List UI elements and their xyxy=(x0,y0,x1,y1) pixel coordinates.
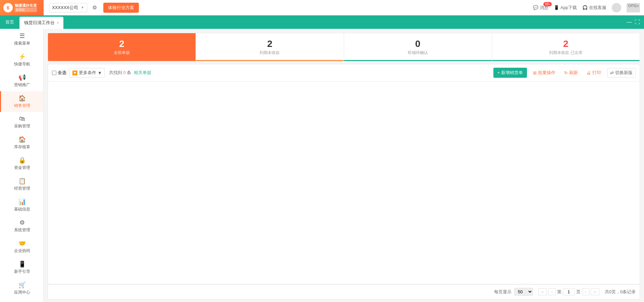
sidebar-item-marketing[interactable]: 📢 营销推广 xyxy=(0,70,43,91)
sidebar-item-operation[interactable]: 📋 经营管理 xyxy=(0,174,43,195)
toolbar-right: + 新增销货单 ⊞ 批量操作 ↻ 刷新 🖨 打印 ⇄ 切换新版 xyxy=(493,68,636,78)
switch-version-button[interactable]: ⇄ 切换新版 xyxy=(607,68,636,77)
last-page-button[interactable]: » xyxy=(591,288,599,295)
sidebar-item-system-label: 系统管理 xyxy=(14,227,30,233)
first-page-button[interactable]: « xyxy=(538,288,547,295)
stat-num-pending: 0 xyxy=(351,39,485,49)
sidebar-item-inventory[interactable]: 🏠 库存核算 xyxy=(0,132,43,153)
page-number-input[interactable] xyxy=(563,288,575,295)
sidebar-item-basic-info-label: 基础信息 xyxy=(14,206,30,212)
company-selector[interactable]: XXXXXX公司 ▼ xyxy=(49,3,87,12)
settings-button[interactable]: ⚙ xyxy=(90,3,99,12)
filter-label: 更多条件 xyxy=(79,70,96,76)
stat-label-overdue: 到期未收款 xyxy=(203,50,337,56)
tab-minimize-icon[interactable]: — xyxy=(627,19,632,25)
print-button[interactable]: 🖨 打印 xyxy=(584,68,604,77)
prev-page-button[interactable]: ‹ xyxy=(548,288,555,295)
logo-icon-text: 6 xyxy=(7,5,9,10)
refresh-button[interactable]: ↻ 刷新 xyxy=(561,68,581,77)
basic-info-icon: 📊 xyxy=(18,198,26,205)
stat-card-pending[interactable]: 0 旺铺待确认 xyxy=(344,33,492,61)
print-icon: 🖨 xyxy=(587,70,591,75)
search-menu-icon: ☰ xyxy=(19,32,25,40)
app-download-item[interactable]: 📱 App下载 xyxy=(554,5,577,11)
total-text: 共0页，0条记录 xyxy=(605,289,636,295)
stat-label-pending: 旺铺待确认 xyxy=(351,50,485,56)
filter-button[interactable]: 🔽 更多条件 ▼ xyxy=(69,68,105,77)
filter-icon: 🔽 xyxy=(72,70,77,75)
trial-button[interactable]: 体验行业方案 xyxy=(103,3,139,13)
refresh-icon: ↻ xyxy=(564,70,568,75)
sidebar-item-finance[interactable]: 🔒 资金管理 xyxy=(0,153,43,174)
add-sale-order-button[interactable]: + 新增销货单 xyxy=(493,68,527,78)
system-icon: ⚙ xyxy=(19,219,25,226)
sidebar-item-enterprise-label: 企业协同 xyxy=(14,248,30,254)
select-all-checkbox[interactable]: 全选 xyxy=(52,70,66,76)
next-page-button[interactable]: › xyxy=(582,288,589,295)
switch-label: 切换新版 xyxy=(615,70,633,76)
stat-num-all: 2 xyxy=(55,39,189,49)
tab-active-label: 钱货日清工作台 xyxy=(24,20,55,26)
stat-label-overdue-shipped: 到期未收款 已出库 xyxy=(499,50,633,56)
online-service-label: 在线客服 xyxy=(589,5,606,11)
batch-operation-button[interactable]: ⊞ 批量操作 xyxy=(530,68,558,77)
settings-icon: ⚙ xyxy=(92,4,97,11)
batch-label: 批量操作 xyxy=(538,70,555,76)
sidebar-item-basic-info[interactable]: 📊 基础信息 xyxy=(0,195,43,216)
logo-badge: 标准版 xyxy=(15,8,37,12)
company-name: XXXXXX公司 xyxy=(52,5,78,11)
message-badge: 99+ xyxy=(543,2,551,6)
quick-nav-icon: ⚡ xyxy=(18,53,26,60)
sidebar-item-purchase-label: 采购管理 xyxy=(14,123,30,129)
related-link[interactable]: 相关单据 xyxy=(134,70,151,76)
guide-icon: 📱 xyxy=(18,260,26,268)
print-label: 打印 xyxy=(592,70,601,76)
message-item[interactable]: 💬 消息 99+ xyxy=(533,5,548,11)
switch-icon: ⇄ xyxy=(610,70,614,75)
avatar[interactable] xyxy=(612,3,621,12)
dropdown-arrow-icon: ▼ xyxy=(81,6,84,9)
select-all-label: 全选 xyxy=(58,70,66,76)
page-nav: « ‹ 第 页 › » xyxy=(538,288,599,295)
sidebar-item-purchase[interactable]: 🛍 采购管理 xyxy=(0,112,43,132)
tab-maximize-icon[interactable]: ⛶ xyxy=(635,19,640,25)
sidebar-item-guide[interactable]: 📱 新手引导 xyxy=(0,257,43,278)
sidebar-item-quick-nav[interactable]: ⚡ 快捷导航 xyxy=(0,50,43,70)
stat-card-overdue-shipped[interactable]: 2 到期未收款 已出库 xyxy=(492,33,640,61)
tab-bar-right: — ⛶ xyxy=(627,19,644,25)
stat-card-all[interactable]: 2 全部单据 xyxy=(48,33,196,61)
online-service-item[interactable]: 🎧 在线客服 xyxy=(582,5,606,11)
app-download-label: App下载 xyxy=(560,5,577,11)
often-label: OfTEn xyxy=(627,3,640,8)
logo-area: 6 畅捷通好生意 标准版 xyxy=(0,0,44,15)
page-label: 页 xyxy=(576,289,581,295)
sidebar-item-finance-label: 资金管理 xyxy=(14,165,30,171)
sidebar-item-guide-label: 新手引导 xyxy=(14,269,30,275)
tab-close-icon[interactable]: × xyxy=(57,21,59,25)
sidebar-item-wechat[interactable]: 💬 企业微信 xyxy=(0,299,43,302)
refresh-label: 刷新 xyxy=(569,70,578,76)
sidebar-item-enterprise[interactable]: 🤝 企业协同 xyxy=(0,236,43,257)
select-all-input[interactable] xyxy=(52,71,56,75)
top-header: 6 畅捷通好生意 标准版 XXXXXX公司 ▼ ⚙ 体验行业方案 💬 消息 99… xyxy=(0,0,644,15)
stat-num-overdue-shipped: 2 xyxy=(499,39,633,49)
sidebar-item-marketing-label: 营销推广 xyxy=(14,82,30,88)
sidebar-item-app-center[interactable]: 🛒 应用中心 xyxy=(0,278,43,299)
inventory-icon: 🏠 xyxy=(18,136,26,143)
sidebar-item-search[interactable]: ☰ 搜索菜单 xyxy=(0,29,43,50)
sidebar-item-app-center-label: 应用中心 xyxy=(14,290,30,295)
stat-card-overdue[interactable]: 2 到期未收款 xyxy=(196,33,344,61)
sidebar-item-system[interactable]: ⚙ 系统管理 xyxy=(0,216,43,236)
logo-text: 畅捷通好生意 标准版 xyxy=(15,3,37,12)
page-size-select[interactable]: 10 20 50 100 xyxy=(514,288,533,296)
marketing-icon: 📢 xyxy=(18,74,26,81)
sidebar-item-operation-label: 经营管理 xyxy=(14,186,30,191)
sidebar: ☰ 搜索菜单 ⚡ 快捷导航 📢 营销推广 🏠 销售管理 🛍 采购管理 🏠 库存核… xyxy=(0,29,44,302)
app-center-icon: 🛒 xyxy=(18,281,26,289)
sidebar-item-sales[interactable]: 🏠 销售管理 xyxy=(0,91,43,112)
online-service-icon: 🎧 xyxy=(582,5,588,10)
tab-home[interactable]: 首页 xyxy=(0,15,19,29)
tab-active[interactable]: 钱货日清工作台 × xyxy=(19,17,63,29)
operation-icon: 📋 xyxy=(18,177,26,185)
toolbar: 全选 🔽 更多条件 ▼ 共找到 0 条 相关单据 + 新增销货单 ⊞ 批量操作 xyxy=(48,64,640,81)
